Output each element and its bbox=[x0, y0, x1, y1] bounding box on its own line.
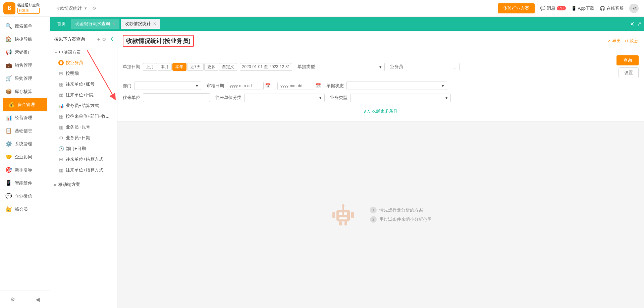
maximize-window-button[interactable]: ⤢ bbox=[637, 21, 641, 27]
clock-icon: 🕐 bbox=[58, 146, 64, 151]
inventory-icon: 📦 bbox=[5, 88, 12, 95]
scheme-settings-button[interactable]: ⚙ bbox=[102, 37, 106, 42]
download-icon: 📱 bbox=[571, 6, 577, 11]
app-download-button[interactable]: 📱 App下载 bbox=[571, 5, 594, 11]
purchase-icon: 🛒 bbox=[5, 75, 12, 82]
sidebar-label-operation: 经营管理 bbox=[15, 115, 32, 121]
tree-item-unit-date[interactable]: ▦ 往来单位+日期 bbox=[50, 90, 117, 100]
sidebar-item-quick[interactable]: 🏠 快捷导航 bbox=[0, 33, 50, 46]
unit-select[interactable]: ··· bbox=[143, 93, 210, 102]
collapse-footer-button[interactable]: ◀ bbox=[33, 294, 42, 305]
sidebar-item-operation[interactable]: 📊 经营管理 bbox=[0, 111, 50, 124]
date-tab-this-year[interactable]: 本年 bbox=[172, 63, 186, 71]
unit-classify-dropdown-icon: ▾ bbox=[319, 95, 322, 100]
audit-date-to-input[interactable] bbox=[277, 82, 314, 90]
tree-item-unit-calc2[interactable]: ▦ 往来单位+结算方式 bbox=[50, 165, 117, 175]
sidebar-item-search[interactable]: 🔍 搜索菜单 bbox=[0, 19, 50, 33]
tab-collection-close[interactable]: ✕ bbox=[153, 21, 156, 26]
doc-status-select[interactable]: ▾ bbox=[346, 82, 447, 90]
collapse-more-button[interactable]: ∧∧ 收起更多条件 bbox=[364, 108, 398, 114]
tab-bank[interactable]: 现金银行流水查询 ✕ bbox=[71, 19, 119, 29]
unit-classify-select[interactable]: ▾ bbox=[244, 94, 325, 102]
mobile-section-header[interactable]: ▶ 移动端方案 bbox=[50, 179, 117, 190]
top-header: 收款情况统计 ▾ ⚙ 体验行业方案 💬 消息 99+ 📱 App下载 🎧 在线客… bbox=[50, 0, 644, 17]
messages-badge: 99+ bbox=[557, 6, 566, 10]
audit-date-from-input[interactable] bbox=[227, 82, 264, 90]
sidebar: 6 畅捷通好生意 标准版 🔍 搜索菜单 🏠 快捷导航 📢 营销推广 💼 销售管理… bbox=[0, 0, 50, 308]
sidebar-item-member[interactable]: 👑 畅会员 bbox=[0, 203, 50, 216]
mobile-section-arrow: ▶ bbox=[54, 183, 57, 187]
sidebar-item-sales[interactable]: 💼 销售管理 bbox=[0, 59, 50, 72]
tree-item-staff-date[interactable]: ⚙ 业务员+日期 bbox=[50, 133, 117, 143]
tree-label-staff-date: 业务员+日期 bbox=[66, 135, 90, 141]
pc-section-header[interactable]: ▼ 电脑端方案 bbox=[50, 47, 117, 57]
tab-bank-close[interactable]: ✕ bbox=[112, 21, 115, 26]
sidebar-item-inventory[interactable]: 📦 库存核算 bbox=[0, 85, 50, 98]
mobile-section: ▶ 移动端方案 bbox=[50, 177, 117, 192]
dept-select[interactable]: ▾ bbox=[134, 82, 201, 90]
date-tab-more[interactable]: 更多 bbox=[204, 63, 218, 71]
tab-bar: 首页 现金银行流水查询 ✕ 收款情况统计 ✕ ✕ ⤢ bbox=[50, 17, 644, 31]
tip-num-1: 1 bbox=[370, 207, 377, 213]
sidebar-item-basic[interactable]: 📋 基础信息 bbox=[0, 124, 50, 137]
empty-state: 1 请先选择要分析的方案 2 用过滤条件来缩小分析范围 bbox=[330, 201, 432, 228]
online-service-button[interactable]: 🎧 在线客服 bbox=[600, 5, 624, 11]
date-tab-this-month[interactable]: 本月 bbox=[158, 63, 172, 71]
right-content: 收款情况统计(按业务员) ↗ 导出 ↺ 刷新 bbox=[117, 31, 644, 308]
audit-date-sep: — bbox=[272, 83, 276, 88]
unit-more-icon[interactable]: ··· bbox=[203, 95, 207, 100]
logo-area: 6 畅捷通好生意 标准版 bbox=[0, 0, 50, 17]
operation-icon: 📊 bbox=[5, 114, 12, 121]
sidebar-item-wechat[interactable]: 💬 企业微信 bbox=[0, 190, 50, 203]
sidebar-item-marketing[interactable]: 📢 营销推广 bbox=[0, 46, 50, 59]
date-tab-custom[interactable]: 自定义 bbox=[219, 63, 237, 71]
date-tab-last-month[interactable]: 上月 bbox=[143, 63, 157, 71]
doc-type-select[interactable]: ▾ bbox=[318, 63, 385, 71]
close-window-button[interactable]: ✕ bbox=[630, 21, 634, 27]
biz-type-select[interactable]: ▾ bbox=[350, 94, 451, 102]
date-tab-7days[interactable]: 近7天 bbox=[187, 63, 204, 71]
add-scheme-button[interactable]: + bbox=[97, 37, 100, 42]
demo-button[interactable]: 体验行业方案 bbox=[498, 3, 535, 13]
export-icon: ↗ bbox=[607, 39, 611, 44]
pc-section-label: 电脑端方案 bbox=[59, 49, 81, 55]
tree-item-unit-dept[interactable]: ▦ 按往来单位+部门+收... bbox=[50, 111, 117, 122]
sidebar-item-system[interactable]: ⚙️ 系统管理 bbox=[0, 137, 50, 150]
staff-select[interactable]: … bbox=[406, 63, 460, 71]
sidebar-item-guide[interactable]: 🎯 新手引导 bbox=[0, 163, 50, 176]
refresh-label: 刷新 bbox=[630, 38, 639, 44]
sidebar-item-purchase[interactable]: 🛒 采购管理 bbox=[0, 72, 50, 85]
user-avatar[interactable]: Rit bbox=[629, 4, 639, 13]
settings-button[interactable]: 设置 bbox=[619, 67, 639, 78]
online-service-label: 在线客服 bbox=[606, 5, 624, 11]
cal-icon-1[interactable]: 📅 bbox=[265, 83, 270, 88]
query-button[interactable]: 查询 bbox=[616, 55, 639, 65]
window-buttons: ✕ ⤢ bbox=[630, 21, 641, 27]
messages-button[interactable]: 💬 消息 99+ bbox=[540, 5, 566, 11]
tree-item-staff-account[interactable]: ▦ 业务员+账号 bbox=[50, 122, 117, 133]
tree-item-unit-account[interactable]: ▦ 往来单位+账号 bbox=[50, 79, 117, 90]
tree-label-dept-date: 部门+日期 bbox=[66, 146, 86, 152]
export-label: 导出 bbox=[612, 38, 621, 44]
svg-rect-2 bbox=[339, 212, 342, 215]
dropdown-icon[interactable]: ▾ bbox=[85, 6, 87, 11]
tree-item-by-detail[interactable]: ⊞ 按明细 bbox=[50, 68, 117, 79]
tab-collection[interactable]: 收款情况统计 ✕ bbox=[121, 19, 160, 29]
export-button[interactable]: ↗ 导出 bbox=[607, 38, 621, 44]
tree-item-by-staff[interactable]: 按业务员 bbox=[50, 57, 117, 68]
tree-item-staff-calc[interactable]: 📊 业务员+结算方式 bbox=[50, 100, 117, 111]
cooperation-icon: 🤝 bbox=[5, 154, 12, 160]
refresh-button[interactable]: ↺ 刷新 bbox=[625, 38, 639, 44]
sidebar-label-finance: 资金管理 bbox=[17, 102, 35, 108]
settings-icon[interactable]: ⚙ bbox=[92, 6, 96, 11]
sidebar-item-cooperation[interactable]: 🤝 企业协同 bbox=[0, 150, 50, 163]
tree-item-unit-calc1[interactable]: ⊞ 往来单位+结算方式 bbox=[50, 154, 117, 165]
tree-item-dept-date[interactable]: 🕐 部门+日期 bbox=[50, 143, 117, 154]
sidebar-item-hardware[interactable]: 📱 智能硬件 bbox=[0, 176, 50, 190]
svg-point-6 bbox=[342, 204, 344, 207]
tab-home[interactable]: 首页 bbox=[53, 19, 70, 29]
sidebar-item-finance[interactable]: 💰 资金管理 bbox=[3, 98, 47, 111]
collapse-panel-button[interactable]: 《 bbox=[108, 36, 113, 42]
cal-icon-2[interactable]: 📅 bbox=[316, 83, 321, 88]
settings-footer-button[interactable]: ⚙ bbox=[8, 294, 18, 305]
